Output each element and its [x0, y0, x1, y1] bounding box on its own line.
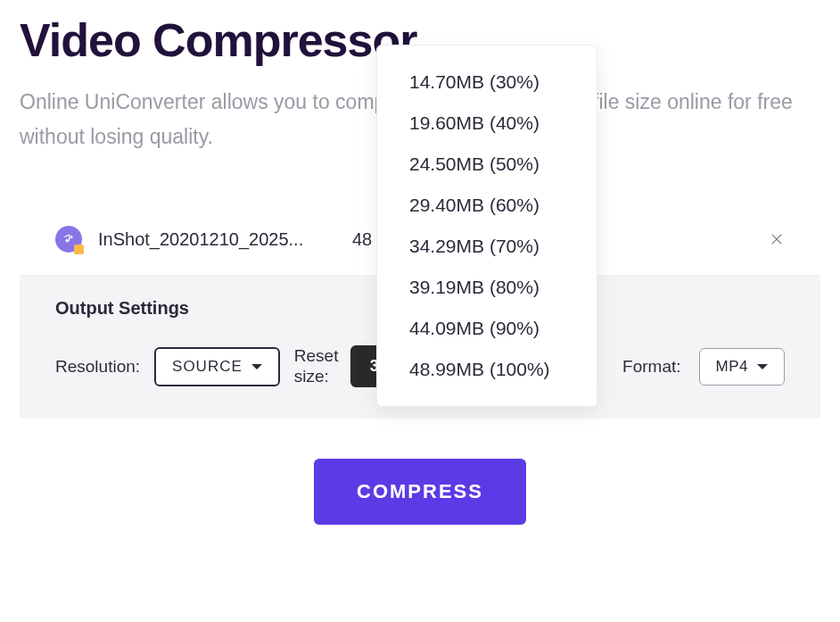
- format-group: Format: MP4: [622, 348, 785, 386]
- caret-down-icon: [757, 364, 768, 369]
- music-file-icon: [55, 226, 82, 253]
- resolution-label: Resolution:: [55, 357, 140, 377]
- format-label: Format:: [622, 357, 680, 377]
- reset-size-option[interactable]: 29.40MB (60%): [377, 185, 597, 226]
- reset-size-label: Reset size:: [294, 346, 343, 387]
- reset-size-option[interactable]: 19.60MB (40%): [377, 103, 597, 144]
- reset-size-option[interactable]: 14.70MB (30%): [377, 62, 597, 103]
- compress-area: COMPRESS: [20, 419, 820, 543]
- resolution-value: SOURCE: [172, 358, 243, 376]
- format-dropdown[interactable]: MP4: [699, 348, 785, 386]
- reset-size-option[interactable]: 34.29MB (70%): [377, 226, 597, 267]
- reset-size-menu: 14.70MB (30%)19.60MB (40%)24.50MB (50%)2…: [376, 45, 597, 407]
- file-name: InShot_20201210_2025...: [98, 229, 325, 250]
- compress-button[interactable]: COMPRESS: [314, 459, 526, 525]
- caret-down-icon: [251, 364, 262, 369]
- format-value: MP4: [716, 358, 748, 376]
- reset-size-option[interactable]: 39.19MB (80%): [377, 267, 597, 308]
- file-size: 48: [352, 229, 372, 250]
- reset-size-option[interactable]: 44.09MB (90%): [377, 308, 597, 349]
- resolution-dropdown[interactable]: SOURCE: [154, 347, 280, 386]
- close-icon[interactable]: [769, 231, 785, 247]
- reset-size-option[interactable]: 24.50MB (50%): [377, 144, 597, 185]
- reset-size-option[interactable]: 48.99MB (100%): [377, 349, 597, 390]
